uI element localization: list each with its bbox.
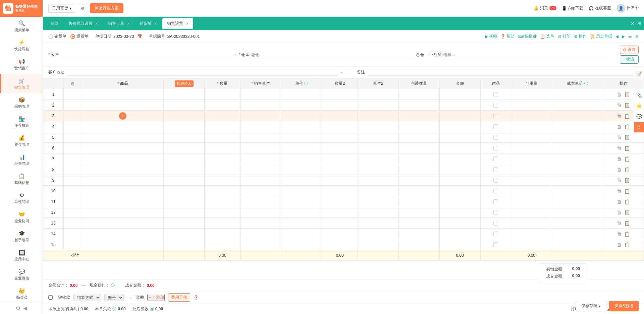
user-profile[interactable]: 👤 徐泽华 bbox=[616, 4, 639, 13]
tab-sale-order[interactable]: 销售订单 ✕ bbox=[103, 18, 134, 29]
gift-checkbox[interactable] bbox=[493, 156, 498, 161]
row-price[interactable] bbox=[281, 229, 322, 239]
row-qty2[interactable] bbox=[322, 111, 358, 121]
row-pack-qty[interactable] bbox=[398, 153, 439, 164]
account-more-icon[interactable]: ··· bbox=[128, 295, 132, 300]
gift-checkbox[interactable] bbox=[493, 189, 498, 193]
row-unit2[interactable] bbox=[358, 100, 399, 111]
tab-close-icon[interactable]: ✕ bbox=[127, 22, 129, 25]
select-btn[interactable]: 📋 选单 bbox=[540, 34, 554, 39]
row-qty2[interactable] bbox=[322, 100, 358, 111]
staff-input[interactable] bbox=[443, 51, 614, 58]
row-amount[interactable] bbox=[439, 229, 480, 239]
sidebar-item-guide[interactable]: 🎓 新手引导 bbox=[0, 227, 43, 246]
copy-icon[interactable]: 📋 bbox=[624, 199, 630, 204]
copy-icon[interactable]: 📋 bbox=[624, 188, 630, 194]
gift-checkbox[interactable] bbox=[493, 167, 498, 172]
settlement-method-select[interactable]: 结算方式 bbox=[73, 294, 101, 301]
row-pack-qty[interactable] bbox=[398, 89, 439, 100]
row-price[interactable] bbox=[281, 164, 322, 175]
sidebar-item-search[interactable]: 🔍 搜索菜单 bbox=[0, 17, 43, 36]
scan-btn[interactable]: 扫码录入 bbox=[175, 80, 194, 87]
row-available[interactable] bbox=[511, 164, 552, 175]
customer-more-icon[interactable]: ··· bbox=[235, 52, 239, 57]
row-qty[interactable] bbox=[205, 229, 240, 239]
row-qty[interactable] bbox=[205, 121, 240, 132]
row-product[interactable] bbox=[82, 218, 164, 229]
row-unit[interactable] bbox=[240, 186, 281, 196]
row-price[interactable] bbox=[281, 186, 322, 196]
row-unit[interactable] bbox=[240, 196, 281, 207]
sidebar-item-member[interactable]: 👑 畅会员 bbox=[0, 284, 43, 302]
copy-icon[interactable]: 📋 bbox=[624, 221, 630, 226]
product-input[interactable] bbox=[84, 156, 162, 161]
tab-sale-delivery[interactable]: 销货单 ✕ bbox=[135, 18, 162, 29]
row-qty[interactable] bbox=[205, 239, 240, 250]
row-unit[interactable] bbox=[240, 100, 281, 111]
row-unit2[interactable] bbox=[358, 207, 399, 218]
copy-icon[interactable]: 📋 bbox=[624, 231, 630, 237]
row-qty[interactable] bbox=[205, 196, 240, 207]
row-qty2[interactable] bbox=[322, 229, 358, 239]
print-btn[interactable]: 🖨 打印 bbox=[557, 34, 571, 39]
row-price[interactable] bbox=[281, 143, 322, 153]
product-input[interactable] bbox=[84, 221, 162, 226]
row-cost-price[interactable] bbox=[552, 186, 603, 196]
row-qty[interactable] bbox=[205, 132, 240, 143]
row-unit[interactable] bbox=[240, 175, 281, 186]
delete-icon[interactable]: 🗑 bbox=[617, 221, 622, 226]
row-pack-qty[interactable] bbox=[398, 175, 439, 186]
row-amount[interactable] bbox=[439, 218, 480, 229]
row-pack-qty[interactable] bbox=[398, 229, 439, 239]
sidebar-item-finance[interactable]: 💰 资金管理 bbox=[0, 131, 43, 150]
row-product[interactable] bbox=[82, 164, 164, 175]
row-qty[interactable] bbox=[205, 111, 240, 121]
row-unit[interactable] bbox=[240, 132, 281, 143]
delete-icon[interactable]: 🗑 bbox=[617, 103, 622, 108]
row-unit[interactable] bbox=[240, 143, 281, 153]
tab-close-icon[interactable]: ✕ bbox=[95, 22, 98, 25]
row-gift[interactable] bbox=[480, 186, 511, 196]
nav-next-icon[interactable]: ▶ bbox=[622, 34, 625, 39]
row-cost-price[interactable] bbox=[552, 153, 603, 164]
customer-input[interactable] bbox=[61, 51, 234, 58]
gift-checkbox[interactable] bbox=[493, 199, 498, 204]
row-cost-price[interactable] bbox=[552, 132, 603, 143]
row-available[interactable] bbox=[511, 239, 552, 250]
copy-icon[interactable]: 📋 bbox=[624, 210, 630, 215]
row-product[interactable] bbox=[82, 132, 164, 143]
sidebar-item-purchase[interactable]: 📦 采购管理 bbox=[0, 93, 43, 112]
row-unit2[interactable] bbox=[358, 143, 399, 153]
delete-icon[interactable]: 🗑 bbox=[617, 135, 622, 140]
copy-icon[interactable]: 📋 bbox=[624, 92, 630, 97]
sidebar-item-apps[interactable]: 🔲 应用中心 bbox=[0, 246, 43, 265]
row-product[interactable] bbox=[82, 239, 164, 250]
split-expense-button[interactable]: 费用分摊 bbox=[168, 293, 190, 302]
row-unit[interactable] bbox=[240, 239, 281, 250]
row-amount[interactable] bbox=[439, 164, 480, 175]
row-pack-qty[interactable] bbox=[398, 207, 439, 218]
row-unit2[interactable] bbox=[358, 175, 399, 186]
row-unit2[interactable] bbox=[358, 196, 399, 207]
sidebar-item-shortcut[interactable]: ⚡ 快捷导航 bbox=[0, 36, 43, 55]
product-input[interactable] bbox=[84, 146, 162, 150]
row-gift[interactable] bbox=[480, 143, 511, 153]
row-amount[interactable] bbox=[439, 196, 480, 207]
row-product[interactable] bbox=[82, 229, 164, 239]
copy-icon[interactable]: 📋 bbox=[624, 178, 630, 183]
row-price[interactable] bbox=[281, 196, 322, 207]
tab-sale-return[interactable]: 销货退货 ✕ bbox=[162, 18, 193, 29]
row-available[interactable] bbox=[511, 143, 552, 153]
sidebar-item-sales[interactable]: 🛒 销售管理 bbox=[0, 74, 43, 93]
row-cost-price[interactable] bbox=[552, 121, 603, 132]
row-gift[interactable] bbox=[480, 218, 511, 229]
row-pack-qty[interactable] bbox=[398, 196, 439, 207]
row-unit[interactable] bbox=[240, 121, 281, 132]
row-amount[interactable] bbox=[439, 143, 480, 153]
row-gift[interactable] bbox=[480, 153, 511, 164]
row-available[interactable] bbox=[511, 175, 552, 186]
delete-icon[interactable]: 🗑 bbox=[617, 113, 622, 119]
delete-icon[interactable]: 🗑 bbox=[617, 231, 622, 237]
row-cost-price[interactable] bbox=[552, 89, 603, 100]
copy-icon[interactable]: 📋 bbox=[624, 124, 630, 129]
